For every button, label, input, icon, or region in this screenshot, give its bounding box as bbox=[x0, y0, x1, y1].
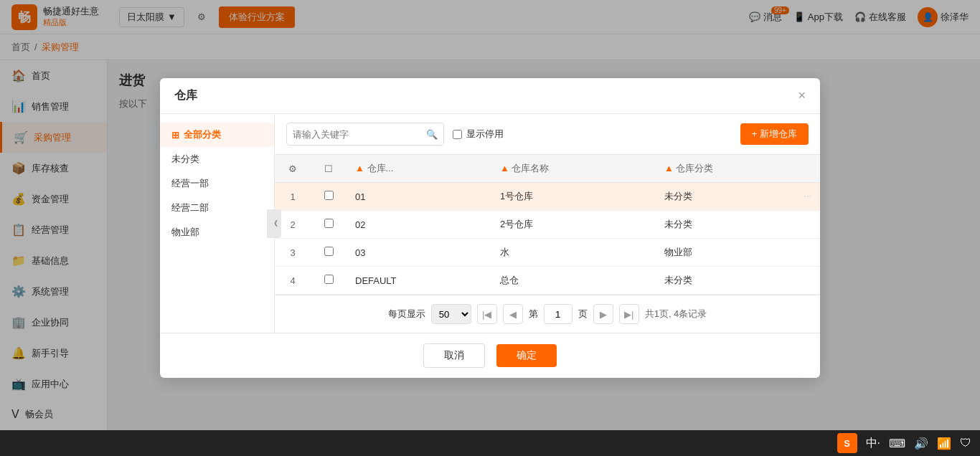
warehouse-table: ⚙ ☐ ▲ 仓库... ▲ 仓库名称 bbox=[275, 155, 820, 295]
cell-checkbox[interactable] bbox=[311, 239, 347, 267]
category-all-label: 全部分类 bbox=[184, 128, 221, 141]
category-item-op1[interactable]: 经营一部 bbox=[160, 171, 274, 196]
shield-icon[interactable]: 🛡 bbox=[960, 437, 971, 450]
modal-body: ⊞ 全部分类 未分类 经营一部 经营二部 物业部 《 bbox=[160, 114, 820, 333]
pagination: 每页显示 50 100 200 |◀ ◀ 第 页 ▶ ▶| 共1页, 4条记录 bbox=[275, 295, 820, 333]
per-page-select[interactable]: 50 100 200 bbox=[431, 304, 471, 324]
right-panel: 🔍 显示停用 + 新增仓库 ⚙ ☐ bbox=[275, 114, 820, 333]
col-checkbox: ☐ bbox=[311, 155, 347, 183]
bottom-taskbar: S 中· ⌨ 🔊 📶 🛡 bbox=[0, 430, 980, 456]
modal-close-button[interactable]: × bbox=[798, 88, 806, 103]
modal-overlay: 仓库 × ⊞ 全部分类 未分类 经营一部 经营二部 bbox=[0, 0, 980, 456]
cell-name: 总仓 bbox=[491, 267, 656, 295]
prev-page-button[interactable]: ◀ bbox=[503, 304, 523, 324]
cell-category: 未分类 bbox=[656, 211, 820, 239]
category-item-property[interactable]: 物业部 bbox=[160, 220, 274, 244]
sound-icon[interactable]: 🔊 bbox=[914, 437, 928, 450]
last-page-button[interactable]: ▶| bbox=[619, 304, 639, 324]
show-disabled-input[interactable] bbox=[453, 130, 462, 139]
total-info: 共1页, 4条记录 bbox=[645, 308, 707, 320]
cell-name: 2号仓库 bbox=[491, 211, 656, 239]
sort-icon-code: ▲ bbox=[355, 163, 364, 174]
cell-category: 未分类 ··· bbox=[656, 183, 820, 211]
cell-checkbox[interactable] bbox=[311, 211, 347, 239]
cell-name: 1号仓库 bbox=[491, 183, 656, 211]
search-icon: 🔍 bbox=[426, 129, 438, 140]
gear-icon-header: ⚙ bbox=[288, 163, 297, 174]
warehouse-modal: 仓库 × ⊞ 全部分类 未分类 经营一部 经营二部 bbox=[160, 78, 820, 378]
row-checkbox[interactable] bbox=[324, 219, 334, 228]
row-checkbox[interactable] bbox=[324, 191, 334, 200]
sort-icon-name: ▲ bbox=[500, 163, 509, 174]
table-row[interactable]: 2 02 2号仓库 未分类 bbox=[275, 211, 820, 239]
network-icon[interactable]: 📶 bbox=[937, 437, 951, 450]
modal-title: 仓库 bbox=[174, 88, 197, 103]
cell-code: 03 bbox=[347, 239, 491, 267]
add-warehouse-button[interactable]: + 新增仓库 bbox=[740, 123, 809, 145]
confirm-button[interactable]: 确定 bbox=[496, 344, 557, 367]
cell-category: 未分类 bbox=[656, 267, 820, 295]
collapse-panel-button[interactable]: 《 bbox=[267, 209, 281, 238]
s-brand-logo: S bbox=[837, 433, 857, 453]
search-input[interactable] bbox=[293, 129, 426, 140]
next-page-button[interactable]: ▶ bbox=[593, 304, 613, 324]
sort-icon-cat: ▲ bbox=[664, 163, 674, 174]
search-box[interactable]: 🔍 bbox=[286, 123, 444, 146]
category-panel: ⊞ 全部分类 未分类 经营一部 经营二部 物业部 《 bbox=[160, 114, 275, 333]
cell-row-num: 3 bbox=[275, 239, 311, 267]
show-disabled-label: 显示停用 bbox=[466, 128, 504, 141]
category-item-unclassified[interactable]: 未分类 bbox=[160, 147, 274, 171]
category-item-op2[interactable]: 经营二部 bbox=[160, 196, 274, 220]
chinese-input-label: 中· bbox=[866, 436, 880, 451]
keyboard-icon[interactable]: ⌨ bbox=[889, 437, 905, 450]
table-row[interactable]: 1 01 1号仓库 未分类 ··· bbox=[275, 183, 820, 211]
table-header: ⚙ ☐ ▲ 仓库... ▲ 仓库名称 bbox=[275, 155, 820, 183]
modal-footer: 取消 确定 bbox=[160, 333, 820, 378]
first-page-button[interactable]: |◀ bbox=[477, 304, 497, 324]
cell-checkbox[interactable] bbox=[311, 183, 347, 211]
page-input[interactable] bbox=[544, 304, 573, 324]
cell-category: 物业部 bbox=[656, 239, 820, 267]
show-disabled-checkbox[interactable]: 显示停用 bbox=[453, 128, 504, 141]
cell-checkbox[interactable] bbox=[311, 267, 347, 295]
cell-name: 水 bbox=[491, 239, 656, 267]
col-code: ▲ 仓库... bbox=[347, 155, 491, 183]
row-checkbox[interactable] bbox=[324, 247, 334, 256]
col-name: ▲ 仓库名称 bbox=[491, 155, 656, 183]
row-checkbox[interactable] bbox=[324, 275, 334, 284]
modal-header: 仓库 × bbox=[160, 78, 820, 114]
cell-code: 01 bbox=[347, 183, 491, 211]
cancel-button[interactable]: 取消 bbox=[423, 343, 485, 368]
page-label-pre: 第 bbox=[529, 308, 538, 320]
search-toolbar: 🔍 显示停用 + 新增仓库 bbox=[275, 114, 820, 155]
per-page-label: 每页显示 bbox=[388, 308, 425, 320]
col-gear: ⚙ bbox=[275, 155, 311, 183]
cell-code: DEFAULT bbox=[347, 267, 491, 295]
col-category: ▲ 仓库分类 bbox=[656, 155, 820, 183]
page-label: 页 bbox=[578, 308, 588, 320]
category-all-item[interactable]: ⊞ 全部分类 bbox=[160, 123, 274, 147]
table: ⚙ ☐ ▲ 仓库... ▲ 仓库名称 bbox=[275, 155, 820, 295]
table-row[interactable]: 4 DEFAULT 总仓 未分类 bbox=[275, 267, 820, 295]
more-icon[interactable]: ··· bbox=[804, 190, 811, 201]
cell-row-num: 4 bbox=[275, 267, 311, 295]
table-row[interactable]: 3 03 水 物业部 bbox=[275, 239, 820, 267]
table-body: 1 01 1号仓库 未分类 ··· 2 bbox=[275, 183, 820, 295]
grid-icon: ⊞ bbox=[171, 130, 179, 141]
cell-row-num: 1 bbox=[275, 183, 311, 211]
cell-code: 02 bbox=[347, 211, 491, 239]
